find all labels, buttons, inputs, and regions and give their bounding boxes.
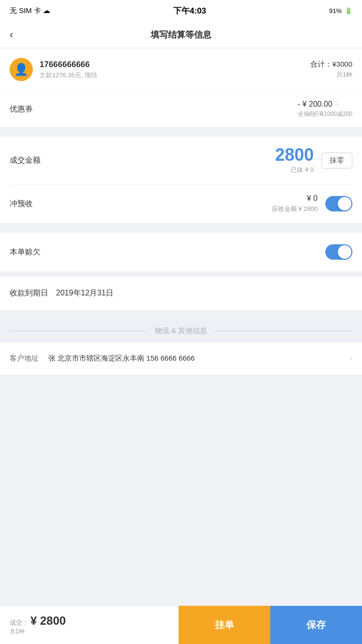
bottom-gray-area (0, 379, 362, 457)
nav-bar: ‹ 填写结算等信息 (0, 21, 362, 48)
coupon-row[interactable]: 优惠券 - ¥ 200.00 › 全场6折满1000减200 (0, 91, 362, 127)
status-time: 下午4:03 (173, 5, 206, 16)
hang-order-button[interactable]: 挂单 (179, 606, 270, 644)
address-label: 客户地址 (10, 354, 39, 363)
footer: 成交： ¥ 2800 共1种 挂单 保存 (0, 605, 362, 644)
address-row[interactable]: 客户地址 张 北京市市辖区海淀区永丰南 156 6666 6666 › (10, 342, 352, 375)
signal-text: 无 SIM 卡 ☁ (10, 6, 50, 15)
duedate-value: 2019年12月31日 (56, 288, 113, 298)
amount-value: 2800 (275, 146, 314, 164)
status-right: 91% 🔋 (329, 7, 352, 14)
amount-sub: 已抹 ¥ 0 (275, 166, 314, 174)
status-left: 无 SIM 卡 ☁ (10, 6, 50, 15)
prepay-sub: 应收金额 ¥ 2800 (272, 205, 318, 213)
footer-label: 成交： (10, 618, 28, 627)
logistics-header: 物流 & 其他信息 (0, 320, 362, 342)
prepay-value: ¥ 0 (272, 194, 318, 203)
divider-3 (0, 315, 362, 320)
user-sub: 欠款1276.35元, 现结 (40, 71, 310, 80)
address-value: 张 北京市市辖区海淀区永丰南 156 6666 6666 (48, 353, 350, 364)
coupon-block: - ¥ 200.00 › 全场6折满1000减200 (298, 100, 352, 118)
toggle-knob (338, 197, 351, 210)
allowance-toggle[interactable] (325, 244, 352, 260)
logistics-text: 物流 & 其他信息 (155, 326, 207, 336)
duedate-label: 收款到期日 (10, 288, 48, 298)
duedate-row: 收款到期日 2019年12月31日 (10, 277, 352, 310)
coupon-label: 优惠券 (10, 104, 33, 114)
divider-1 (0, 132, 362, 137)
round-button[interactable]: 抹零 (321, 153, 352, 168)
user-row: 👤 17666666666 欠款1276.35元, 现结 合计：¥3000 共1… (0, 48, 362, 91)
prepay-right: ¥ 0 应收金额 ¥ 2800 (272, 194, 352, 213)
battery-text: 91% (329, 7, 342, 14)
avatar-icon: 👤 (14, 63, 28, 76)
user-phone: 17666666666 (40, 60, 310, 70)
user-total: 合计：¥3000 共1种 (310, 60, 352, 79)
logistics-line-right (215, 331, 352, 331)
status-bar: 无 SIM 卡 ☁ 下午4:03 91% 🔋 (0, 0, 362, 21)
allowance-section: 本单赊欠 (0, 233, 362, 271)
allowance-label: 本单赊欠 (10, 247, 41, 257)
footer-amount: ¥ 2800 (30, 614, 66, 628)
footer-count: 共1种 (10, 628, 169, 636)
user-info: 17666666666 欠款1276.35元, 现结 (40, 60, 310, 80)
save-button[interactable]: 保存 (270, 606, 362, 644)
total-count: 共1种 (310, 70, 352, 79)
avatar: 👤 (10, 58, 33, 81)
prepay-left: 冲预收 (10, 199, 33, 209)
prepay-label: 冲预收 (10, 199, 33, 209)
allowance-row: 本单赊欠 (10, 233, 352, 271)
divider-2 (0, 228, 362, 233)
duedate-section: 收款到期日 2019年12月31日 (0, 277, 362, 310)
back-button[interactable]: ‹ (10, 28, 13, 41)
amount-label: 成交金额 (10, 155, 41, 166)
address-section: 客户地址 张 北京市市辖区海淀区永丰南 156 6666 6666 › (0, 342, 362, 375)
logistics-line-left (10, 331, 147, 331)
page-title: 填写结算等信息 (151, 29, 211, 41)
total-label: 合计：¥3000 (310, 60, 352, 69)
amount-row: 成交金额 2800 已抹 ¥ 0 抹零 (10, 137, 352, 184)
chevron-icon: › (336, 100, 339, 109)
coupon-desc: 全场6折满1000减200 (298, 110, 352, 118)
address-chevron-icon: › (350, 354, 352, 363)
prepay-toggle[interactable] (325, 196, 352, 211)
footer-info: 成交： ¥ 2800 共1种 (0, 614, 179, 636)
coupon-discount: - ¥ 200.00 (298, 100, 333, 109)
amount-section: 成交金额 2800 已抹 ¥ 0 抹零 冲预收 ¥ 0 应收金额 ¥ 2800 (0, 137, 362, 223)
battery-icon: 🔋 (345, 7, 352, 14)
amount-right: 2800 已抹 ¥ 0 抹零 (275, 146, 352, 174)
user-section: 👤 17666666666 欠款1276.35元, 现结 合计：¥3000 共1… (0, 48, 362, 127)
prepay-row: 冲预收 ¥ 0 应收金额 ¥ 2800 (10, 184, 352, 223)
allowance-toggle-knob (338, 245, 351, 259)
